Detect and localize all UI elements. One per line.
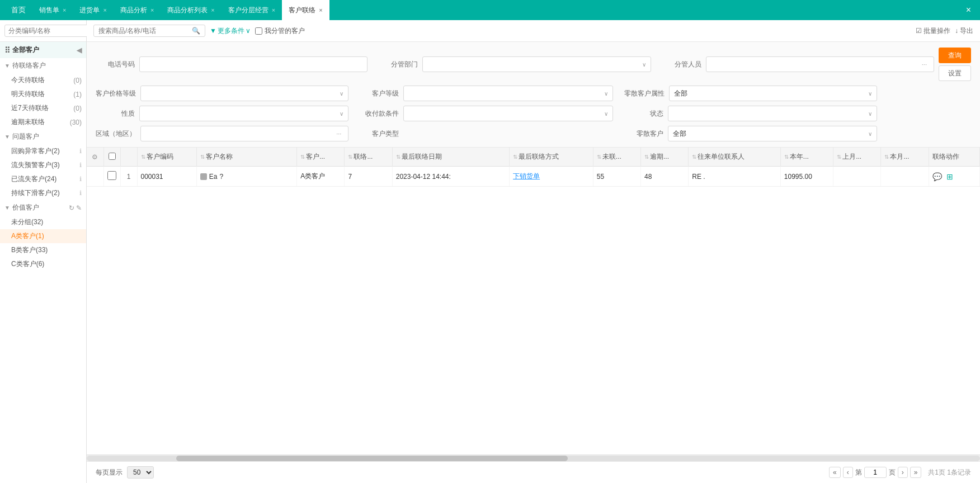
info-icon-3: ℹ — [79, 176, 82, 183]
more-filters-button[interactable]: ▼ 更多条件 ∨ — [210, 26, 251, 36]
tab-purchase[interactable]: 进货单 × — [73, 0, 113, 20]
scrollbar-track[interactable] — [87, 456, 980, 461]
refresh-icon[interactable]: ↻ — [69, 204, 74, 212]
sidebar-item-b-class[interactable]: B类客户(33) — [0, 243, 86, 257]
nature-select[interactable]: ∨ — [139, 106, 348, 121]
data-table-container: ⚙ ⇅客户编码 ⇅客户名称 ⇅客户... ⇅联络... ⇅最后联络日期 ⇅最后联… — [87, 148, 980, 454]
tab-customer-segment[interactable]: 客户分层经营 × — [222, 0, 282, 20]
col-contact[interactable]: ⇅联络... — [345, 148, 392, 167]
retail-select[interactable]: 全部 ∨ — [668, 126, 877, 141]
region-more-icon[interactable]: ··· — [334, 130, 343, 137]
phone-input[interactable] — [139, 56, 368, 72]
retail-attr-select[interactable]: 全部 ∨ — [669, 86, 877, 101]
message-icon[interactable]: 💬 — [932, 172, 942, 181]
last-page-button[interactable]: » — [910, 467, 922, 478]
edit-icon[interactable]: ✎ — [76, 204, 82, 212]
section-problem-customers[interactable]: ▼ 问题客户 — [0, 129, 86, 144]
last-method-link[interactable]: 下销货单 — [513, 172, 540, 180]
my-customers-checkbox-input[interactable] — [255, 27, 262, 35]
col-last-month[interactable]: ⇅上月... — [833, 148, 881, 167]
row-checkbox[interactable] — [107, 171, 116, 180]
col-gear[interactable]: ⚙ — [87, 148, 103, 167]
share-icon[interactable]: ⊞ — [946, 172, 953, 181]
region-select[interactable]: ··· — [140, 126, 348, 141]
filter-cell-person: 分管人员 ··· — [662, 56, 934, 72]
cell-last-month — [833, 167, 881, 187]
my-customers-checkbox[interactable]: 我分管的客户 — [255, 26, 305, 36]
first-page-button[interactable]: « — [829, 467, 841, 478]
filter-search-input[interactable] — [98, 27, 192, 35]
tab-sales-close[interactable]: × — [63, 7, 66, 13]
col-action: 联络动作 — [929, 148, 979, 167]
price-level-select[interactable]: ∨ — [140, 86, 348, 101]
tab-sales[interactable]: 销售单 × — [32, 0, 73, 20]
dept-down-arrow: ∨ — [642, 61, 646, 68]
gear-icon[interactable]: ⚙ — [92, 153, 98, 161]
col-type[interactable]: ⇅客户... — [297, 148, 345, 167]
prev-page-button[interactable]: ‹ — [843, 467, 853, 478]
col-code[interactable]: ⇅客户编码 — [137, 148, 196, 167]
sidebar-item-abnormal[interactable]: 回购异常客户(2)ℹ — [0, 144, 86, 158]
payment-select[interactable]: ∨ — [403, 106, 613, 121]
filter-icon: ▼ — [210, 27, 216, 35]
customer-level-select[interactable]: ∨ — [403, 86, 613, 101]
person-more-icon[interactable]: ··· — [920, 61, 929, 68]
filter-right-actions: ☑ 批量操作 ↓ 导出 — [916, 26, 973, 36]
page-size-select[interactable]: 50 — [127, 466, 154, 479]
query-button[interactable]: 查询 — [939, 48, 971, 63]
tab-product-analysis-list[interactable]: 商品分析列表 × — [161, 0, 221, 20]
col-last-method[interactable]: ⇅最后联络方式 — [510, 148, 593, 167]
tab-product-analysis[interactable]: 商品分析 × — [114, 0, 161, 20]
export-button[interactable]: ↓ 导出 — [955, 26, 973, 36]
sidebar-item-today[interactable]: 今天待联络(0) — [0, 73, 86, 87]
close-all-button[interactable]: × — [962, 5, 976, 15]
table-header-row: ⚙ ⇅客户编码 ⇅客户名称 ⇅客户... ⇅联络... ⇅最后联络日期 ⇅最后联… — [87, 148, 980, 167]
sidebar-item-unclassified[interactable]: 未分组(32) — [0, 215, 86, 229]
tab-customer-segment-close[interactable]: × — [272, 7, 275, 13]
tab-customer-contact-close[interactable]: × — [319, 7, 322, 13]
sidebar-item-tomorrow[interactable]: 明天待联络(1) — [0, 87, 86, 101]
select-all-checkbox[interactable] — [109, 153, 116, 160]
col-this-year[interactable]: ⇅本年... — [780, 148, 833, 167]
col-no-contact[interactable]: ⇅未联... — [593, 148, 640, 167]
pagination-bar: 每页显示 50 « ‹ 第 页 › » 共1页 1条记录 — [87, 461, 980, 483]
sidebar-item-warning[interactable]: 流失预警客户(3)ℹ — [0, 158, 86, 172]
customer-type-select[interactable] — [403, 126, 613, 141]
collapse-icon[interactable]: ◀ — [77, 46, 82, 54]
sidebar-item-a-class[interactable]: A类客户(1) — [0, 229, 86, 243]
dept-select[interactable]: ∨ — [422, 56, 651, 72]
triangle-icon-3: ▼ — [4, 205, 10, 211]
sidebar-all-customers[interactable]: ⠿ 全部客户 ◀ — [0, 42, 86, 58]
sidebar-item-lost[interactable]: 已流失客户(24)ℹ — [0, 172, 86, 186]
sidebar-item-overdue[interactable]: 逾期未联络(30) — [0, 115, 86, 129]
cell-last-date: 2023-04-12 14:44: — [392, 167, 509, 187]
page-number-input[interactable] — [864, 467, 887, 478]
status-select[interactable]: ∨ — [668, 106, 877, 121]
section-pending-contact[interactable]: ▼ 待联络客户 — [0, 58, 86, 73]
tab-product-list-close[interactable]: × — [211, 7, 214, 13]
sidebar-item-7days[interactable]: 近7天待联络(0) — [0, 101, 86, 115]
person-select[interactable]: ··· — [706, 56, 934, 72]
scrollbar-thumb[interactable] — [176, 456, 568, 461]
col-unit-contact[interactable]: ⇅往来单位联系人 — [689, 148, 781, 167]
tab-purchase-close[interactable]: × — [103, 7, 106, 13]
main-layout: 🔍 ⠿ 全部客户 ◀ ▼ 待联络客户 今天待联络(0) 明天待联络(1) 近7天… — [0, 20, 980, 483]
filter-cell-customer-type: 客户类型 — [360, 126, 613, 141]
horizontal-scrollbar[interactable] — [87, 454, 980, 461]
sidebar-search-input[interactable] — [4, 25, 96, 37]
cell-gear — [87, 167, 103, 187]
col-overdue[interactable]: ⇅逾期... — [641, 148, 689, 167]
settings-button[interactable]: 设置 — [939, 65, 971, 81]
next-page-button[interactable]: › — [898, 467, 908, 478]
sidebar-item-declining[interactable]: 持续下滑客户(2)ℹ — [0, 186, 86, 200]
col-name[interactable]: ⇅客户名称 — [196, 148, 296, 167]
filter-row-1: 电话号码 分管部门 ∨ 分管人员 ··· — [96, 48, 971, 81]
col-this-month[interactable]: ⇅本月... — [881, 148, 929, 167]
col-last-date[interactable]: ⇅最后联络日期 — [392, 148, 509, 167]
nav-home[interactable]: 首页 — [4, 0, 32, 20]
tab-product-analysis-close[interactable]: × — [150, 7, 154, 13]
tab-customer-contact[interactable]: 客户联络 × — [282, 0, 329, 20]
batch-operation-button[interactable]: ☑ 批量操作 — [916, 26, 950, 36]
sidebar-item-c-class[interactable]: C类客户(6) — [0, 257, 86, 271]
filter-search-icon[interactable]: 🔍 — [192, 27, 200, 35]
